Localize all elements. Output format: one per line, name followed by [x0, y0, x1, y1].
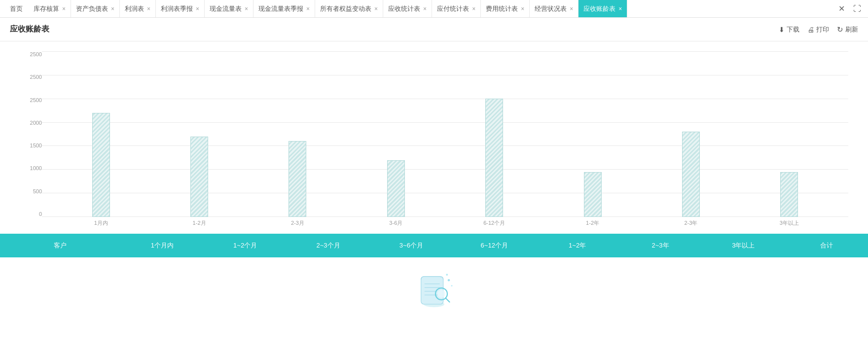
chart-body: 1月内1-2月2-3月3-6月6-12个月1-2年2-3年3年以上 — [42, 51, 848, 229]
x-label-0: 1月内 — [52, 219, 150, 227]
tab-cashflow[interactable]: 现金流量表 × — [205, 0, 253, 18]
table-header: 客户1个月内1~2个月2~3个月3~6个月6~12个月1~2年2~3年3年以上合… — [0, 234, 868, 257]
y-label-2000: 2000 — [30, 120, 42, 126]
table-header-cell-1: 1个月内 — [121, 241, 204, 250]
y-label-2500b: 2500 — [30, 74, 42, 80]
main-content: 2500 2500 2500 2000 1500 1000 500 0 — [0, 41, 868, 355]
bar-fill-2 — [289, 141, 306, 217]
empty-state: ··· — [0, 257, 868, 321]
tab-operation[interactable]: 经营状况表 × — [530, 0, 579, 18]
tab-expense-stats-close[interactable]: × — [521, 5, 524, 12]
tab-cashflow-quarterly-label: 现金流量表季报 — [258, 4, 303, 13]
x-label-2: 2-3月 — [249, 219, 347, 227]
tab-ap-stats-label: 应付统计表 — [437, 4, 469, 13]
table-header-cell-3: 2~3个月 — [287, 241, 369, 250]
bar-group-6 — [642, 51, 740, 217]
tab-ap-stats-close[interactable]: × — [472, 5, 475, 12]
tab-balance-sheet-close[interactable]: × — [111, 5, 114, 12]
bar-group-2 — [249, 51, 347, 217]
svg-line-8 — [445, 298, 449, 302]
bar-fill-4 — [485, 99, 503, 217]
bar-group-0 — [52, 51, 150, 217]
print-label: 打印 — [816, 25, 829, 34]
table-header-cell-2: 1~2个月 — [204, 241, 287, 250]
svg-point-11 — [446, 274, 448, 276]
tab-bar-actions: ✕ ⛶ — [834, 2, 864, 16]
tab-profit-quarterly-label: 利润表季报 — [161, 4, 193, 13]
bar-3 — [387, 160, 405, 217]
x-label-4: 6-12个月 — [445, 219, 543, 227]
bar-fill-0 — [92, 113, 110, 217]
tab-ar-aging-close[interactable]: × — [618, 5, 622, 12]
page-header: 应收账龄表 ⬇ 下载 🖨 打印 ↻ 刷新 — [0, 18, 868, 41]
y-label-1000: 1000 — [30, 165, 42, 171]
table-header-cell-6: 1~2年 — [536, 241, 618, 250]
x-label-1: 1-2月 — [150, 219, 248, 227]
x-label-5: 1-2年 — [543, 219, 642, 227]
download-button[interactable]: ⬇ 下载 — [779, 25, 799, 34]
tab-cashflow-quarterly-close[interactable]: × — [306, 5, 310, 12]
svg-point-9 — [448, 279, 450, 282]
tab-equity[interactable]: 所有者权益变动表 × — [315, 0, 383, 18]
bar-6 — [682, 132, 700, 217]
download-label: 下载 — [787, 25, 799, 34]
tab-ar-aging[interactable]: 应收账龄表 × — [579, 0, 627, 18]
table-header-cell-8: 3年以上 — [702, 241, 785, 250]
tab-cashflow-close[interactable]: × — [245, 5, 248, 12]
tab-inventory[interactable]: 库存核算 × — [29, 0, 71, 18]
bars-row — [42, 51, 848, 217]
tab-ar-stats-close[interactable]: × — [423, 5, 427, 12]
tab-cashflow-quarterly[interactable]: 现金流量表季报 × — [253, 0, 315, 18]
tab-equity-label: 所有者权益变动表 — [320, 4, 371, 13]
tab-ar-stats[interactable]: 应收统计表 × — [383, 0, 432, 18]
y-label-2500a: 2500 — [30, 51, 42, 57]
chart-inner: 2500 2500 2500 2000 1500 1000 500 0 — [20, 51, 848, 229]
svg-point-10 — [451, 285, 453, 286]
bar-0 — [92, 113, 110, 217]
bar-5 — [584, 172, 602, 217]
page-title: 应收账龄表 — [10, 24, 49, 35]
tab-ar-stats-label: 应收统计表 — [388, 4, 420, 13]
bar-fill-1 — [190, 137, 208, 217]
tab-expense-stats[interactable]: 费用统计表 × — [481, 0, 530, 18]
tab-operation-label: 经营状况表 — [535, 4, 567, 13]
tab-cashflow-label: 现金流量表 — [210, 4, 242, 13]
table-header-cell-7: 2~3年 — [619, 241, 702, 250]
x-label-7: 3年以上 — [740, 219, 838, 227]
tab-profit-quarterly-close[interactable]: × — [196, 5, 199, 12]
svg-text:···: ··· — [440, 275, 443, 280]
table-header-cell-4: 3~6个月 — [370, 241, 453, 250]
bar-7 — [780, 172, 798, 217]
tab-profit-close[interactable]: × — [147, 5, 150, 12]
refresh-icon: ↻ — [837, 25, 843, 34]
y-label-500: 500 — [33, 188, 42, 194]
tab-profit-quarterly[interactable]: 利润表季报 × — [156, 0, 205, 18]
tab-home[interactable]: 首页 — [4, 4, 29, 13]
window-maximize-button[interactable]: ⛶ — [850, 2, 864, 16]
bar-fill-7 — [780, 172, 798, 217]
tab-equity-close[interactable]: × — [374, 5, 378, 12]
bar-group-7 — [740, 51, 838, 217]
tab-balance-sheet-label: 资产负债表 — [76, 4, 108, 13]
tab-operation-close[interactable]: × — [570, 5, 573, 12]
tab-profit-label: 利润表 — [125, 4, 144, 13]
print-button[interactable]: 🖨 打印 — [807, 25, 829, 34]
bar-fill-6 — [682, 132, 700, 217]
tab-ap-stats[interactable]: 应付统计表 × — [432, 0, 481, 18]
x-labels: 1月内1-2月2-3月3-6月6-12个月1-2年2-3年3年以上 — [42, 217, 848, 229]
tab-profit[interactable]: 利润表 × — [120, 0, 156, 18]
print-icon: 🖨 — [807, 26, 814, 34]
table-header-cell-5: 6~12个月 — [453, 241, 536, 250]
svg-point-7 — [437, 290, 446, 298]
table-header-cell-9: 合计 — [785, 241, 868, 250]
tab-inventory-close[interactable]: × — [62, 5, 66, 12]
chart-area: 2500 2500 2500 2000 1500 1000 500 0 — [0, 41, 868, 234]
bar-group-5 — [543, 51, 642, 217]
window-close-button[interactable]: ✕ — [834, 2, 848, 16]
bar-group-3 — [347, 51, 445, 217]
bar-fill-5 — [584, 172, 602, 217]
tab-balance-sheet[interactable]: 资产负债表 × — [71, 0, 120, 18]
refresh-button[interactable]: ↻ 刷新 — [837, 25, 858, 34]
refresh-label: 刷新 — [845, 25, 858, 34]
bar-4 — [485, 99, 503, 217]
